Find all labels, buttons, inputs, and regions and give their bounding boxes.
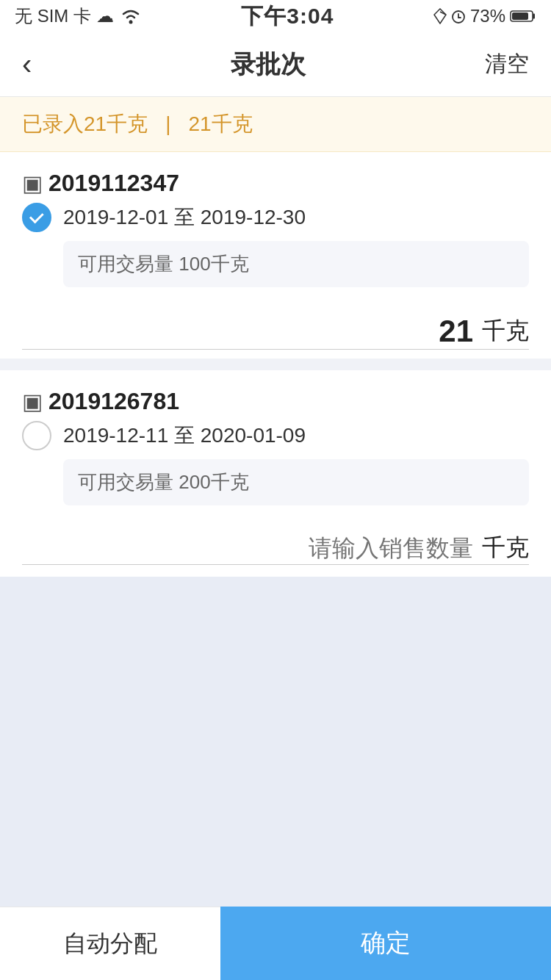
quantity-value-1: 21 — [439, 314, 473, 349]
status-right: 73% — [433, 6, 536, 26]
bottom-buttons: 自动分配 确定 — [0, 907, 551, 980]
total-amount: 21千克 — [188, 110, 252, 138]
input-row-2: 千克 — [0, 520, 551, 564]
battery-icon — [510, 10, 536, 23]
svg-point-0 — [129, 21, 132, 24]
status-bar: 无 SIM 卡 ☁ 下午3:04 73% — [0, 0, 551, 32]
input-underline-2 — [22, 564, 529, 565]
page-title: 录批次 — [231, 48, 306, 82]
batch-available-1: 可用交易量 100千克 — [63, 241, 529, 287]
batch-icon-1: ▣ — [22, 170, 43, 196]
batch-header-2: ▣ 2019126781 — [22, 388, 529, 415]
status-time: 下午3:04 — [241, 1, 334, 32]
alarm-icon — [451, 8, 466, 24]
quantity-unit-1: 千克 — [482, 315, 529, 347]
battery-label: 73% — [470, 6, 505, 26]
batch-icon-2: ▣ — [22, 389, 43, 414]
clear-button[interactable]: 清空 — [470, 49, 529, 79]
nav-bar: ‹ 录批次 清空 — [0, 32, 551, 97]
batch-date-2: 2019-12-11 至 2020-01-09 — [63, 422, 306, 450]
page-content: ‹ 录批次 清空 已录入21千克 | 21千克 ▣ 2019112347 201… — [0, 32, 551, 980]
status-left: 无 SIM 卡 ☁ — [15, 4, 142, 28]
batch-radio-2[interactable] — [22, 421, 51, 450]
batch-date-row-2: 2019-12-11 至 2020-01-09 — [22, 421, 529, 450]
batch-item-1: ▣ 2019112347 2019-12-01 至 2019-12-30 可用交… — [0, 152, 551, 302]
wifi-icon — [120, 8, 142, 24]
location-icon — [433, 8, 447, 24]
svg-rect-7 — [512, 12, 528, 20]
batch-date-row-1: 2019-12-01 至 2019-12-30 — [22, 203, 529, 232]
batch-id-1: 2019112347 — [48, 170, 179, 197]
batch-card-2: ▣ 2019126781 2019-12-11 至 2020-01-09 可用交… — [0, 370, 551, 577]
no-sim-label: 无 SIM 卡 ☁ — [15, 4, 114, 28]
quantity-row-1: 21 千克 — [0, 302, 551, 349]
recorded-amount: 已录入21千克 — [22, 110, 148, 138]
info-banner: 已录入21千克 | 21千克 — [0, 97, 551, 152]
batch-item-2: ▣ 2019126781 2019-12-11 至 2020-01-09 可用交… — [0, 370, 551, 520]
quantity-input-2[interactable] — [22, 535, 473, 562]
batch-header-1: ▣ 2019112347 — [22, 170, 529, 197]
batch-radio-1[interactable] — [22, 203, 51, 232]
quantity-underline-1 — [22, 349, 529, 350]
banner-divider: | — [165, 112, 170, 136]
section-divider — [0, 359, 551, 370]
auto-distribute-button[interactable]: 自动分配 — [0, 907, 220, 980]
batch-available-2: 可用交易量 200千克 — [63, 459, 529, 505]
batch-date-1: 2019-12-01 至 2019-12-30 — [63, 203, 306, 231]
input-unit-2: 千克 — [482, 532, 529, 564]
svg-rect-6 — [533, 14, 535, 19]
confirm-button[interactable]: 确定 — [220, 907, 551, 980]
back-button[interactable]: ‹ — [22, 48, 66, 81]
batch-card-1: ▣ 2019112347 2019-12-01 至 2019-12-30 可用交… — [0, 152, 551, 359]
batch-id-2: 2019126781 — [48, 388, 179, 415]
